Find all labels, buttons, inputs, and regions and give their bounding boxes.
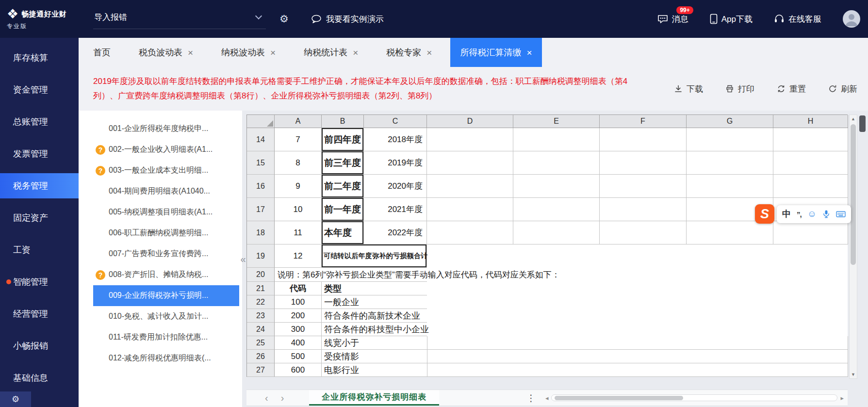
cell-b16[interactable]: 前二年度 bbox=[322, 175, 364, 198]
column-header-D[interactable]: D bbox=[427, 115, 513, 128]
cell-d16[interactable] bbox=[427, 175, 513, 198]
close-icon[interactable]: × bbox=[426, 48, 432, 57]
cell-b15[interactable]: 前三年度 bbox=[322, 151, 364, 175]
sidebar-item-payroll[interactable]: 工资 bbox=[0, 237, 79, 262]
column-header-G[interactable]: G bbox=[687, 115, 773, 128]
close-icon[interactable]: × bbox=[353, 48, 358, 57]
report-list-item[interactable]: 009-企业所得税弥补亏损明... bbox=[93, 285, 239, 306]
sheet-next-icon[interactable]: › bbox=[281, 392, 284, 404]
sogou-ime-icon[interactable]: S bbox=[755, 204, 774, 224]
cell-code-200[interactable]: 200 bbox=[275, 309, 322, 323]
report-list-item[interactable]: 012-减免所得税优惠明细表(... bbox=[93, 348, 239, 369]
row-header-18[interactable]: 18 bbox=[247, 221, 275, 244]
cell-type-200[interactable]: 符合条件的高新技术企业 bbox=[322, 309, 427, 323]
cell-b14[interactable]: 前四年度 bbox=[322, 128, 364, 151]
sidebar-item-tax[interactable]: 税务管理 bbox=[0, 173, 79, 198]
messages-button[interactable]: 消息 99+ bbox=[657, 14, 688, 25]
cell-h15[interactable] bbox=[773, 151, 848, 175]
cell-h16[interactable] bbox=[773, 175, 848, 198]
row-header-15[interactable]: 15 bbox=[247, 151, 275, 175]
cell-f15[interactable] bbox=[600, 151, 687, 175]
hscroll-left-icon[interactable]: ◂ bbox=[545, 394, 549, 402]
cell-c14[interactable]: 2018年度 bbox=[364, 128, 427, 151]
tab-tax-burden[interactable]: 税负波动表× bbox=[129, 38, 203, 67]
sheet-tab[interactable]: 企业所得税弥补亏损明细表 bbox=[309, 390, 439, 406]
cell-e15[interactable] bbox=[513, 151, 600, 175]
cell-e17[interactable] bbox=[513, 198, 600, 221]
scroll-up-icon[interactable]: ▲ bbox=[850, 115, 857, 123]
print-button[interactable]: 打印 bbox=[725, 83, 754, 95]
cell-a14[interactable]: 7 bbox=[275, 128, 322, 151]
sidebar-item-funds[interactable]: 资金管理 bbox=[0, 77, 79, 102]
row-header-25[interactable]: 25 bbox=[247, 336, 275, 350]
row-header-19[interactable]: 19 bbox=[247, 244, 275, 268]
cell-f17[interactable] bbox=[600, 198, 687, 221]
row-header-27[interactable]: 27 bbox=[247, 363, 275, 377]
help-icon[interactable]: ? bbox=[96, 166, 105, 176]
cell-type-300[interactable]: 符合条件的科技型中小企业 bbox=[322, 323, 427, 336]
column-header-E[interactable]: E bbox=[513, 115, 600, 128]
cell-note[interactable]: 说明：第6列“弥补亏损企业类型”需要手动输入对应代码，代码对应关系如下： bbox=[275, 268, 427, 282]
online-service-button[interactable]: 在线客服 bbox=[774, 14, 821, 25]
ime-punctuation-toggle[interactable]: ”, bbox=[797, 210, 802, 218]
tab-tax-statistics[interactable]: 纳税统计表× bbox=[294, 38, 368, 67]
cell-a15[interactable]: 8 bbox=[275, 151, 322, 175]
tab-tax-expert[interactable]: 税检专家× bbox=[377, 38, 442, 67]
close-icon[interactable]: × bbox=[188, 48, 193, 57]
cell-code-header[interactable]: 代码 bbox=[275, 282, 322, 295]
cell-type-100[interactable]: 一般企业 bbox=[322, 295, 427, 309]
cell-c16[interactable]: 2020年度 bbox=[364, 175, 427, 198]
cell-d18[interactable] bbox=[427, 221, 513, 244]
cell-f18[interactable] bbox=[600, 221, 687, 244]
cell-h18[interactable] bbox=[773, 221, 848, 244]
report-list-item[interactable]: 004-期间费用明细表(A1040... bbox=[93, 181, 239, 202]
sidebar-item-base-info[interactable]: 基础信息 bbox=[0, 365, 79, 391]
cell-e18[interactable] bbox=[513, 221, 600, 244]
cell-b18[interactable]: 本年度 bbox=[322, 221, 364, 244]
row-header-20[interactable]: 20 bbox=[247, 268, 275, 282]
cell-e16[interactable] bbox=[513, 175, 600, 198]
report-list-item[interactable]: 011-研发费用加计扣除优惠... bbox=[93, 327, 239, 348]
row-header-14[interactable]: 14 bbox=[247, 128, 275, 151]
collapse-panel-icon[interactable]: « bbox=[238, 248, 248, 270]
report-list-item[interactable]: 010-免税、减计收入及加计... bbox=[93, 306, 239, 327]
column-header-F[interactable]: F bbox=[600, 115, 687, 128]
cell-g15[interactable] bbox=[687, 151, 773, 175]
tab-income-tax-settlement[interactable]: 所得税汇算清缴× bbox=[450, 38, 541, 67]
cell-d17[interactable] bbox=[427, 198, 513, 221]
row-header-17[interactable]: 17 bbox=[247, 198, 275, 221]
help-icon[interactable]: ? bbox=[96, 145, 105, 155]
avatar[interactable] bbox=[843, 10, 860, 28]
cell-c15[interactable]: 2019年度 bbox=[364, 151, 427, 175]
download-button[interactable]: 下载 bbox=[674, 83, 703, 95]
cell-wide-26[interactable] bbox=[427, 350, 848, 363]
sidebar-item-operations[interactable]: 经营管理 bbox=[0, 301, 79, 326]
cell-g14[interactable] bbox=[687, 128, 773, 151]
cell-h14[interactable] bbox=[773, 128, 848, 151]
row-header-16[interactable]: 16 bbox=[247, 175, 275, 198]
cell-code-400[interactable]: 400 bbox=[275, 336, 322, 350]
cell-code-300[interactable]: 300 bbox=[275, 323, 322, 336]
help-icon[interactable]: ? bbox=[96, 270, 105, 280]
cell-a19[interactable]: 12 bbox=[275, 244, 322, 268]
refresh-button[interactable]: 刷新 bbox=[828, 83, 857, 95]
row-header-21[interactable]: 21 bbox=[247, 282, 275, 295]
cell-a17[interactable]: 10 bbox=[275, 198, 322, 221]
sidebar-item-invoice[interactable]: 发票管理 bbox=[0, 141, 79, 166]
sidebar-item-reimburse[interactable]: 小畅报销 bbox=[0, 333, 79, 358]
panel-edge-handle[interactable] bbox=[859, 115, 866, 132]
cell-type-400[interactable]: 线宽小于 bbox=[322, 336, 427, 350]
cell-type-header[interactable]: 类型 bbox=[322, 282, 427, 295]
ime-keyboard-icon[interactable] bbox=[836, 211, 846, 218]
cell-f14[interactable] bbox=[600, 128, 687, 151]
row-header-24[interactable]: 24 bbox=[247, 323, 275, 336]
close-icon[interactable]: × bbox=[526, 48, 532, 57]
cell-c18[interactable]: 2022年度 bbox=[364, 221, 427, 244]
cell-code-100[interactable]: 100 bbox=[275, 295, 322, 309]
cell-wide-27[interactable] bbox=[427, 363, 848, 377]
ime-emoji-icon[interactable]: ☺ bbox=[807, 209, 817, 219]
app-download-button[interactable]: App下载 bbox=[710, 14, 753, 25]
sidebar-item-general-ledger[interactable]: 总账管理 bbox=[0, 109, 79, 134]
cell-wide-25[interactable] bbox=[427, 336, 848, 350]
report-list-item[interactable]: 005-纳税调整项目明细表(A1... bbox=[93, 202, 239, 223]
